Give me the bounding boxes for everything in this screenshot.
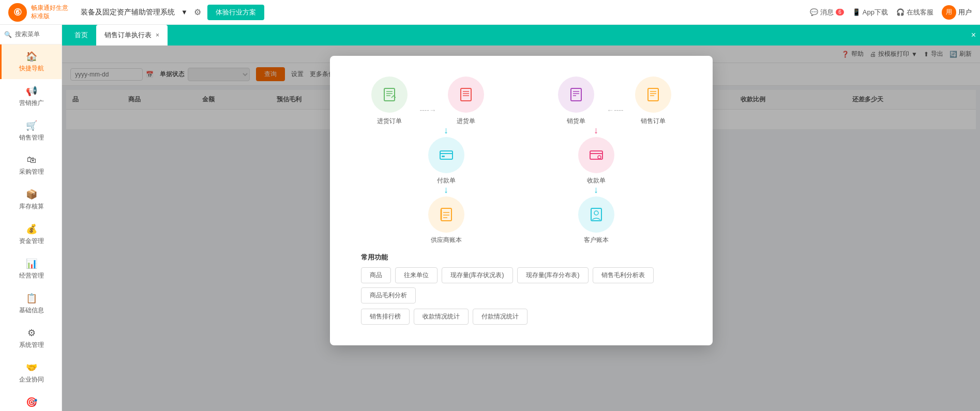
settings-icon: ⚙ — [27, 327, 36, 339]
system-title: 装备及固定资产辅助管理系统 — [81, 8, 175, 17]
flow-node-sales-order: 销售订单 — [625, 77, 682, 126]
phone-icon: 📱 — [852, 8, 861, 16]
sidebar-item-label: 快捷导航 — [19, 64, 44, 73]
megaphone-icon: 📢 — [26, 85, 37, 97]
page-content: ❓ 帮助 🖨 按模板打印 ▼ ⬆ 导出 🔄 刷新 — [62, 45, 980, 411]
flow-diagram: 进货订单 - - - - → — [351, 71, 692, 245]
sidebar-search-label: 搜索菜单 — [15, 30, 40, 39]
sidebar-item-label: 基础信息 — [19, 306, 44, 315]
online-service-action[interactable]: 🎧 在线客服 — [896, 8, 933, 17]
down-arrow-payment: ↓ — [444, 185, 448, 194]
bag-icon: 🛍 — [27, 155, 36, 165]
sidebar-item-label: 企业协同 — [19, 375, 44, 384]
tab-close-icon[interactable]: × — [156, 32, 159, 39]
app-download-action[interactable]: 📱 App下载 — [852, 8, 888, 17]
sidebar-item-enterprise[interactable]: 🤝 企业协同 — [0, 356, 62, 390]
down-arrow-purchase: ↓ — [444, 126, 448, 135]
svg-rect-27 — [591, 208, 601, 221]
tab-home[interactable]: 首页 — [66, 25, 96, 45]
user-name: 用户 — [958, 8, 972, 17]
logo-icon: ⑥ — [8, 3, 27, 22]
avatar: 用 — [942, 5, 956, 20]
home-icon: 🏠 — [26, 51, 37, 62]
tab-sales-order[interactable]: 销售订单执行表 × — [96, 25, 168, 45]
tab-home-label: 首页 — [74, 31, 88, 40]
cart-icon: 🛒 — [26, 120, 37, 131]
payment-icon — [428, 137, 464, 173]
sidebar-item-purchase[interactable]: 🛍 采购管理 — [0, 148, 62, 182]
sidebar-item-basic-info[interactable]: 📋 基础信息 — [0, 286, 62, 321]
user-area[interactable]: 用 用户 — [942, 5, 972, 20]
receipt-label: 收款单 — [587, 176, 606, 185]
quick-btn-payment-stats[interactable]: 付款情况统计 — [473, 309, 527, 325]
sidebar-search[interactable]: 🔍 搜索菜单 — [0, 25, 62, 44]
app-download-label: App下载 — [863, 8, 888, 17]
sidebar-item-operations[interactable]: 📊 经营管理 — [0, 252, 62, 286]
content-area: 首页 销售订单执行表 × × ❓ 帮助 🖨 按 — [62, 25, 980, 411]
purchase-receipt-label: 进货单 — [457, 117, 475, 126]
quick-btn-stock-distribution[interactable]: 现存量(库存分布表) — [517, 267, 589, 283]
purchase-order-icon — [371, 77, 408, 113]
flow-node-sales-receipt: 销货单 — [548, 77, 605, 126]
down-arrow-sales: ↓ — [594, 126, 598, 135]
guide-icon: 🎯 — [26, 397, 37, 408]
money-icon: 💰 — [26, 223, 37, 235]
sidebar-item-sales[interactable]: 🛒 销售管理 — [0, 114, 62, 148]
supplier-account-label: 供应商账本 — [431, 236, 462, 245]
flow-node-purchase-receipt: 进货单 — [438, 77, 494, 126]
top-bar-left: ⑥ 畅康通好生意 标准版 装备及固定资产辅助管理系统 ▼ ⚙ 体验行业方案 — [8, 3, 264, 22]
chart-icon: 📊 — [26, 258, 37, 269]
purchase-receipt-icon — [448, 77, 484, 113]
message-action[interactable]: 💬 消息 6 — [810, 8, 844, 17]
quick-btn-product-gross[interactable]: 商品毛利分析 — [361, 287, 416, 303]
sidebar-item-newbie[interactable]: 🎯 新手引导 — [0, 390, 62, 411]
modal-overlay: 进货订单 - - - - → — [62, 45, 980, 411]
quick-buttons-row2: 销售排行榜 收款情况统计 付款情况统计 — [351, 309, 692, 330]
quick-btn-sales-gross[interactable]: 销售毛利分析表 — [593, 267, 654, 283]
svg-point-21 — [598, 156, 601, 159]
quick-btn-stock-status[interactable]: 现存量(库存状况表) — [442, 267, 513, 283]
sidebar-item-label: 库存核算 — [19, 202, 44, 211]
tab-bar-close-icon[interactable]: × — [971, 31, 976, 40]
top-bar-actions: 💬 消息 6 📱 App下载 🎧 在线客服 用 用户 — [810, 5, 972, 20]
gear-icon[interactable]: ⚙ — [194, 7, 201, 17]
online-service-label: 在线客服 — [907, 8, 933, 17]
quick-btn-receipt-stats[interactable]: 收款情况统计 — [414, 309, 469, 325]
sidebar-item-finance[interactable]: 💰 资金管理 — [0, 217, 62, 252]
chevron-down-icon: ▼ — [181, 8, 188, 16]
quick-btn-counterparty[interactable]: 往来单位 — [395, 267, 438, 283]
tab-bar: 首页 销售订单执行表 × × — [62, 25, 980, 45]
sales-receipt-label: 销货单 — [567, 117, 585, 126]
sales-order-label: 销售订单 — [641, 117, 666, 126]
message-label: 消息 — [820, 8, 834, 17]
message-icon: 💬 — [810, 8, 818, 16]
sidebar-item-system[interactable]: ⚙ 系统管理 — [0, 321, 62, 356]
quick-btn-product[interactable]: 商品 — [361, 267, 391, 283]
search-icon: 🔍 — [4, 31, 12, 38]
quick-btn-sales-ranking[interactable]: 销售排行榜 — [361, 309, 410, 325]
purchase-order-label: 进货订单 — [377, 117, 402, 126]
sidebar-item-label: 销售管理 — [19, 133, 44, 142]
modal: 进货订单 - - - - → — [330, 56, 713, 345]
svg-rect-12 — [648, 88, 658, 101]
sidebar-item-label: 资金管理 — [19, 237, 44, 246]
customer-account-icon — [578, 196, 614, 233]
logo-area: ⑥ 畅康通好生意 标准版 — [8, 3, 70, 22]
clipboard-icon: 📋 — [26, 293, 37, 304]
svg-rect-26 — [440, 209, 442, 220]
sidebar-item-inventory[interactable]: 📦 库存核算 — [0, 182, 62, 217]
arrow-sales-order-to-receipt: ← - - - - — [605, 106, 624, 114]
sidebar-item-label: 营销推广 — [19, 99, 44, 108]
svg-rect-18 — [442, 156, 445, 157]
section-title: 常用功能 — [361, 253, 682, 262]
try-button[interactable]: 体验行业方案 — [207, 5, 264, 20]
sidebar-item-marketing[interactable]: 📢 营销推广 — [0, 79, 62, 114]
supplier-account-icon — [428, 196, 464, 233]
handshake-icon: 🤝 — [26, 362, 37, 373]
svg-rect-22 — [441, 208, 451, 221]
sidebar-item-quick-nav[interactable]: 🏠 快捷导航 — [0, 44, 62, 79]
sidebar: 🔍 搜索菜单 🏠 快捷导航 📢 营销推广 🛒 销售管理 🛍 采购管理 📦 — [0, 25, 62, 411]
sales-receipt-icon — [558, 77, 594, 113]
svg-rect-8 — [571, 88, 581, 101]
dropdown-btn[interactable]: ▼ — [181, 8, 188, 16]
